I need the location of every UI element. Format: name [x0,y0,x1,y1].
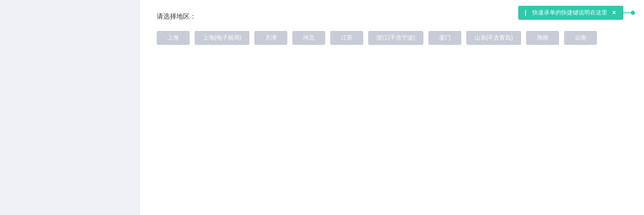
region-btn-shanghai-etax[interactable]: 上海(电子税局) [195,31,249,45]
tooltip-close-button[interactable]: × [611,9,617,16]
region-btn-zhejiang[interactable]: 浙江(不含宁波) [368,31,423,45]
tooltip-connector-line [623,12,631,13]
region-btn-shanghai[interactable]: 上海 [157,31,190,45]
region-btn-hebei[interactable]: 河北 [292,31,325,45]
region-btn-shandong[interactable]: 山东(不含青岛) [466,31,521,45]
sidebar [0,0,140,215]
region-btn-yunnan[interactable]: 云南 [564,31,597,45]
region-btn-xiamen[interactable]: 厦门 [428,31,461,45]
tooltip-connector-dot [631,11,635,15]
tooltip-bar: 快速录单的快捷键说明在这里 × [518,6,623,20]
region-buttons-container: 上海上海(电子税局)天津河北江苏浙江(不含宁波)厦门山东(不含青岛)海南云南 [157,31,628,45]
main-content: 请选择地区： 上海上海(电子税局)天津河北江苏浙江(不含宁波)厦门山东(不含青岛… [140,0,644,215]
region-btn-hainan[interactable]: 海南 [526,31,559,45]
tooltip-text: 快速录单的快捷键说明在这里 [532,9,607,16]
region-btn-tianjin[interactable]: 天津 [254,31,287,45]
region-btn-jiangsu[interactable]: 江苏 [330,31,363,45]
